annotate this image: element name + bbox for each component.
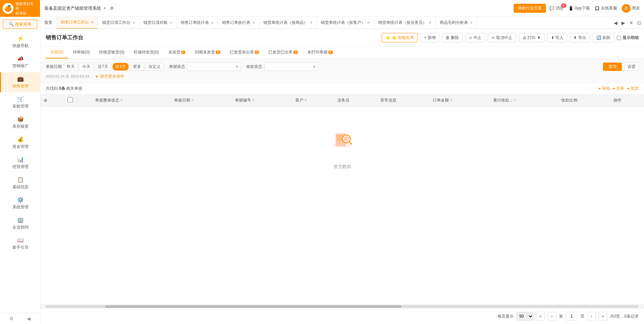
tab-close-sales-stats-product[interactable]: ✕ [310,21,312,25]
sub-tab-shipped-out[interactable]: 已发货已出库0 [264,47,303,58]
topbar-settings-icon[interactable]: ⚙ [110,6,114,11]
tab-close-sales-order-workbench[interactable]: ✕ [91,21,94,24]
stop-button[interactable]: ⊙ 中止 [465,33,485,42]
tab-product-margin[interactable]: 商品毛利分析表 ✕ [436,17,477,29]
prev-page-button[interactable]: ‹ [548,312,556,321]
th-amount-sort[interactable]: 订单金额 ⇅ [433,97,486,103]
industry-solution-button[interactable]: 体验行业方案 [514,4,546,13]
sidebar-item-base-info[interactable]: 📋 基础信息 [0,173,40,193]
th-customer-sort[interactable]: 客户 ⇅ [295,97,331,103]
sub-tab-all[interactable]: 全部(0) [46,47,68,58]
smart-order-button[interactable]: ⭐ 🌟 智能生单 [382,33,418,42]
batch-review-button[interactable]: ● 审核 [598,86,610,91]
sidebar-item-sales[interactable]: 💼 销售管理 [0,72,40,92]
filter-date-range: 2023-02-24 至 2023-03-24 [46,74,89,79]
date-btn-custom[interactable]: 自定义 [145,63,164,71]
tab-cash-reconcile[interactable]: 钱货日清对账 ✕ [139,17,177,29]
message-button[interactable]: 💬 6 消息 [549,5,564,11]
th-number-sort[interactable]: 单据编号 ⇅ [235,97,289,103]
import-button[interactable]: ⬇ 导入 [547,33,567,42]
tab-sales-stats-staff[interactable]: 销货单统计表（按业务员） ✕ [374,17,436,29]
sidebar-item-operations[interactable]: 📊 经营管理 [0,153,40,173]
tab-sales-order-workbench[interactable]: 销售订单工作台 ✕ [57,17,98,29]
refresh-button[interactable]: 🔄 刷新 [593,33,614,42]
sidebar-item-system[interactable]: ⚙️ 系统管理 [0,193,40,213]
payment-filter-select[interactable]: ▼ [264,62,318,71]
page-input[interactable] [566,312,578,321]
page-unit: 页 [581,314,585,319]
delete-button[interactable]: 🗑 删除 [442,33,463,42]
settings-footer-button[interactable]: ⚙ [9,316,14,321]
next-page-button[interactable]: › [587,312,596,321]
online-service-button[interactable]: 🎧 在线客服 [595,5,617,11]
batch-ship-button[interactable]: ● 发货 [627,86,639,91]
tab-close-sales-stats-staff[interactable]: ✕ [429,21,431,25]
tab-sales-stats-product[interactable]: 销货单统计表（按商品） ✕ [259,17,317,29]
sub-tab-wangpu-pending[interactable]: 旺铺待发货(0) [129,47,164,58]
last-page-button[interactable]: » [599,312,607,321]
show-details-checkbox[interactable] [617,36,621,40]
horizontal-scrollbar-area[interactable] [40,304,644,308]
tabbar-prev-button[interactable]: ◀ [612,19,619,26]
sidebar-item-purchase[interactable]: 🛒 采购管理 [0,92,40,113]
scrollbar-thumb[interactable] [105,305,402,308]
date-btn-today[interactable]: 今天 [79,63,93,71]
tab-close-cash-reconcile[interactable]: ✕ [170,21,172,25]
tab-sales-order-exec[interactable]: 销售订单执行表 ✕ [218,17,259,29]
tab-close-sales-stats-customer[interactable]: ✕ [367,21,370,25]
query-button[interactable]: 查询 [603,63,622,71]
data-table: ⚙ 单据整体状态 ⇅ 单据日 [40,94,644,107]
export-button[interactable]: ⬆ 导出 [570,33,590,42]
filter-settings-button[interactable]: 设置 [625,63,639,71]
date-btn-7days[interactable]: 近7天 [95,63,111,71]
sidebar-item-quick-nav[interactable]: ⚡ 快捷导航 [0,32,40,52]
sidebar-item-inventory[interactable]: 📦 库存核算 [0,113,40,133]
th-status-sort[interactable]: 单据整体状态 ⇅ [95,97,167,103]
tabbar-expand-button[interactable]: ⊡ [636,19,643,26]
tab-home[interactable]: 首页 [40,17,57,29]
tab-close-product-margin[interactable]: ✕ [470,21,473,25]
th-date-sort[interactable]: 单据日期 ⇅ [174,97,228,103]
tab-close-cash-daily[interactable]: ✕ [132,21,135,25]
sub-tab-pending-review[interactable]: 待审核(0) [68,47,95,58]
date-btn-more[interactable]: 更多 [130,63,144,71]
tab-sales-order-stats[interactable]: 销售订单统计表 ✕ [177,17,218,29]
sub-tab-expired-not-shipped[interactable]: 到期未发货0 [190,47,225,58]
print-button[interactable]: 🖨 打印 ▼ [519,33,545,42]
user-menu-button[interactable]: 友 用友 [622,4,640,13]
tabbar-close-all-button[interactable]: ✕ [628,19,635,26]
sidebar-item-guide[interactable]: 📖 新手引导 [0,234,40,254]
sidebar-item-finance[interactable]: 💰 资金管理 [0,133,40,153]
page: 销售订单工作台 ⭐ 🌟 智能生单 + 新增 🗑 删除 ⊙ 中止 ⊙ 取消中止 🖨… [40,29,644,324]
collapse-sidebar-button[interactable]: ◀ [27,316,31,321]
batch-revoke-button[interactable]: ● 充审 [613,86,625,91]
per-page-select[interactable]: 50 10 20 100 [516,312,533,321]
select-all-checkbox[interactable] [68,97,73,103]
sidebar-item-enterprise[interactable]: 🏢 企业协同 [0,213,40,234]
tab-close-sales-order-exec[interactable]: ✕ [252,21,255,25]
sub-tab-not-printed[interactable]: 未打印单据0 [303,47,338,58]
sub-tab-pending-check[interactable]: 待拣货验货(0) [94,47,129,58]
first-page-button[interactable]: « [536,312,545,321]
column-settings-icon[interactable]: ⚙ [44,98,47,103]
app-download-button[interactable]: 📱 App下载 [568,5,590,11]
topbar-dropdown-arrow[interactable]: ▼ [103,6,106,10]
tab-close-sales-order-stats[interactable]: ✕ [211,21,214,25]
search-menu-button[interactable]: 🔍 搜索菜单 [3,19,37,29]
th-date: 单据日期 ⇅ [171,94,231,107]
status-filter-select[interactable]: ▼ [187,62,241,71]
expand-filter-button[interactable]: ▼ 展开更多条件 [95,74,124,79]
cancel-stop-button[interactable]: ⊙ 取消中止 [488,33,516,42]
sub-tab-not-shipped[interactable]: 未发货0 [164,47,190,58]
tab-cash-daily[interactable]: 钱货日清工作台 ✕ [98,17,139,29]
per-page-label: 每页显示 [498,314,514,319]
sub-tab-shipped-not-out[interactable]: 已发货未出库0 [225,47,264,58]
show-details-label[interactable]: 显示明细 [617,35,639,41]
sidebar-item-marketing[interactable]: 📣 营销推广 [0,52,40,72]
date-btn-yesterday[interactable]: 昨天 [64,63,78,71]
tab-sales-stats-customer[interactable]: 销货单统计表（按客户） ✕ [317,17,374,29]
th-collected-sort[interactable]: 累计收款... ⇅ [493,97,555,103]
date-btn-1month[interactable]: 近1月 [113,63,129,71]
add-button[interactable]: + 新增 [420,33,439,42]
tabbar-next-button[interactable]: ▶ [620,19,627,26]
